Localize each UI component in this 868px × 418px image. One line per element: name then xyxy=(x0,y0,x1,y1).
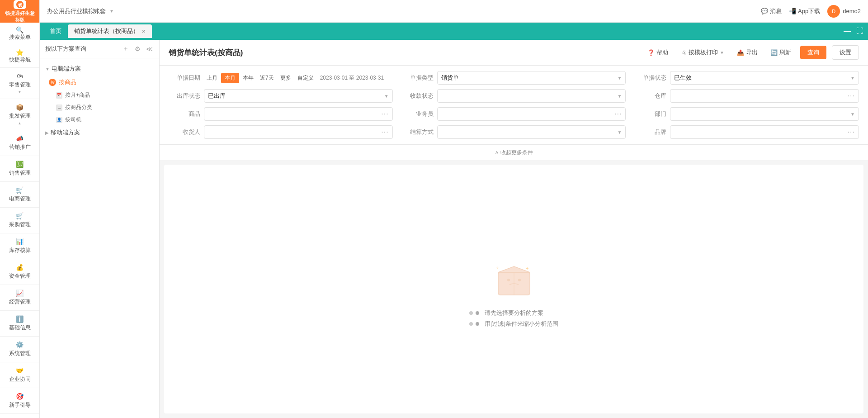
filter-row-4: 收货人 ··· 结算方式 ▼ 品牌 xyxy=(169,125,859,139)
maximize-btn[interactable]: ⛶ xyxy=(855,26,864,36)
filter-row-1: 单据日期 上月 本月 本年 近7天 更多 自定义 2023-03-01 至 20… xyxy=(169,71,859,85)
tab-home[interactable]: 首页 xyxy=(43,24,68,38)
refresh-icon: 🔄 xyxy=(770,49,778,56)
doc-status-value: 已生效 xyxy=(674,74,692,82)
sidebar-item-finance-mgmt[interactable]: 💰 资金管理 xyxy=(0,259,39,285)
sidebar-item-sales-mgmt[interactable]: 💹 销售管理 xyxy=(0,156,39,182)
sidebar-item-ecommerce-mgmt[interactable]: 🛒 电商管理 xyxy=(0,182,39,208)
sidebar-item-purchase-mgmt[interactable]: 🛒 采购管理 xyxy=(0,208,39,233)
chevron-down-icon: ▼ xyxy=(18,90,22,94)
finance-icon: 💰 xyxy=(16,264,24,271)
collapse-more-btn[interactable]: ∧ 收起更多条件 xyxy=(160,145,868,160)
close-icon[interactable]: ✕ xyxy=(142,28,146,34)
date-field: 单据日期 上月 本月 本年 近7天 更多 自定义 2023-03-01 至 20… xyxy=(169,73,393,83)
svg-text:✦: ✦ xyxy=(525,266,529,271)
salesperson-more-icon: ··· xyxy=(614,110,622,118)
sidebar-item-marketing[interactable]: 📣 营销推广 xyxy=(0,130,39,156)
industry-label: 办公用品行业模拟账套 xyxy=(47,7,106,15)
help-icon: ❓ xyxy=(647,49,655,56)
minimize-btn[interactable]: — xyxy=(843,26,852,36)
scheme-sub-by-month-product[interactable]: 📅 按月+商品 xyxy=(40,89,159,101)
sidebar-item-system-mgmt[interactable]: ⚙️ 系统管理 xyxy=(0,337,39,362)
app-download-btn[interactable]: 📲 App下载 xyxy=(789,7,820,15)
industry-dropdown-icon[interactable]: ▼ xyxy=(109,9,114,14)
app-title: 畅捷通好生意 xyxy=(5,10,35,16)
department-label: 部门 xyxy=(635,110,666,118)
scheme-sub-by-cashier[interactable]: 👤 按司机 xyxy=(40,114,159,126)
sidebar-item-inventory-check[interactable]: 📊 库存核算 xyxy=(0,233,39,259)
stock-status-select[interactable]: 已出库 ▼ xyxy=(204,89,393,103)
megaphone-icon: 📣 xyxy=(16,135,24,142)
department-select[interactable]: ▼ xyxy=(670,107,859,121)
stock-status-label: 出库状态 xyxy=(169,92,200,100)
date-btn-more[interactable]: 更多 xyxy=(278,73,294,83)
calendar-icon: 📅 xyxy=(56,92,62,99)
refresh-btn[interactable]: 🔄 刷新 xyxy=(767,47,795,58)
avatar: D xyxy=(827,5,840,18)
sidebar-item-search-menu[interactable]: 🔍 搜索菜单 xyxy=(0,23,39,45)
print-template-btn[interactable]: 🖨 按模板打印 ▼ xyxy=(677,47,728,58)
date-range-buttons: 上月 本月 本年 近7天 更多 自定义 xyxy=(204,73,316,83)
sidebar-item-app-center[interactable]: 📱 应用中心 xyxy=(0,414,39,418)
recipient-input[interactable]: ··· xyxy=(204,125,393,139)
message-btn[interactable]: 💬 消息 xyxy=(761,7,782,15)
scheme-group-mobile[interactable]: ▶ 移动端方案 xyxy=(40,126,159,139)
industry-selector[interactable]: 办公用品行业模拟账套 ▼ xyxy=(47,7,114,15)
filter-panel: 按以下方案查询 ＋ ⚙ ≪ ▼ 电脑端方案 按 按商品 xyxy=(40,40,160,418)
logo-icon: 畅 xyxy=(14,0,26,9)
scheme-group-desktop[interactable]: ▼ 电脑端方案 xyxy=(40,62,159,76)
warehouse-input[interactable]: ··· xyxy=(670,89,859,103)
purchase-icon: 🛒 xyxy=(16,212,24,219)
sidebar-item-quick-nav[interactable]: ⭐ 快捷导航 xyxy=(0,45,39,68)
scheme-group-mobile-label: 移动端方案 xyxy=(51,128,80,137)
empty-line-2: 用[过滤]条件来缩小分析范围 xyxy=(469,320,558,328)
top-header: 办公用品行业模拟账套 ▼ 💬 消息 📲 App下载 D demo2 xyxy=(40,0,868,23)
date-btn-this-year[interactable]: 本年 xyxy=(240,73,256,83)
content-area: 按以下方案查询 ＋ ⚙ ≪ ▼ 电脑端方案 按 按商品 xyxy=(40,40,868,418)
doc-type-select[interactable]: 销货单 ▼ xyxy=(437,71,626,85)
download-icon: 📲 xyxy=(789,8,796,14)
date-btn-custom[interactable]: 自定义 xyxy=(295,73,316,83)
doc-status-select[interactable]: 已生效 ▼ xyxy=(670,71,859,85)
payment-status-select[interactable]: ▼ xyxy=(437,89,626,103)
sidebar-item-retail-mgmt[interactable]: 🛍 零售管理 ▼ xyxy=(0,68,39,99)
date-range-text: 2023-03-01 至 2023-03-31 xyxy=(320,74,384,82)
salesperson-input[interactable]: ··· xyxy=(437,107,626,121)
stock-status-dropdown-icon: ▼ xyxy=(384,94,389,99)
add-scheme-btn[interactable]: ＋ xyxy=(121,44,130,53)
user-profile[interactable]: D demo2 xyxy=(827,5,861,18)
sidebar-item-wholesale-mgmt[interactable]: 📦 批发管理 ▲ xyxy=(0,99,39,130)
warehouse-more-icon: ··· xyxy=(848,92,855,100)
svg-text:畅: 畅 xyxy=(18,3,22,7)
settings-btn[interactable]: 设置 xyxy=(832,45,859,60)
date-btn-this-month[interactable]: 本月 xyxy=(221,73,239,83)
settlement-label: 结算方式 xyxy=(402,128,434,136)
wholesale-icon: 📦 xyxy=(16,104,24,111)
export-btn[interactable]: 📤 导出 xyxy=(733,47,761,58)
query-btn[interactable]: 查询 xyxy=(800,46,826,59)
doc-type-dropdown-icon: ▼ xyxy=(617,76,622,81)
page-title: 销货单统计表(按商品) xyxy=(169,48,243,58)
department-field: 部门 ▼ xyxy=(635,107,859,121)
scheme-sub-by-category[interactable]: ☰ 按商品分类 xyxy=(40,101,159,114)
category-icon: ☰ xyxy=(56,104,62,111)
tab-sales-stats[interactable]: 销货单统计表（按商品） ✕ xyxy=(68,24,152,38)
sidebar-item-operations-mgmt[interactable]: 📈 经营管理 xyxy=(0,285,39,311)
settings-scheme-btn[interactable]: ⚙ xyxy=(133,44,142,53)
date-btn-last-month[interactable]: 上月 xyxy=(204,73,220,83)
sidebar-item-basic-info[interactable]: ℹ️ 基础信息 xyxy=(0,311,39,337)
scheme-item-by-product[interactable]: 按 按商品 xyxy=(40,76,159,89)
sidebar-item-new-guide[interactable]: 🎯 新手引导 xyxy=(0,388,39,414)
sales-icon: 💹 xyxy=(16,161,24,168)
product-input[interactable]: ··· xyxy=(204,107,393,121)
sidebar: 畅 畅捷通好生意 标版 🔍 搜索菜单 ⭐ 快捷导航 🛍 零售管理 ▼ 📦 批发管… xyxy=(0,0,40,418)
export-icon: 📤 xyxy=(737,49,744,56)
brand-input[interactable]: ··· xyxy=(670,125,859,139)
help-btn[interactable]: ❓ 帮助 xyxy=(644,47,672,58)
settlement-select[interactable]: ▼ xyxy=(437,125,626,139)
print-icon: 🖨 xyxy=(681,49,687,56)
date-btn-7days[interactable]: 近7天 xyxy=(257,73,277,83)
sidebar-item-enterprise-collab[interactable]: 🤝 企业协同 xyxy=(0,362,39,388)
collapse-panel-btn[interactable]: ≪ xyxy=(145,44,154,53)
warehouse-label: 仓库 xyxy=(635,92,666,100)
